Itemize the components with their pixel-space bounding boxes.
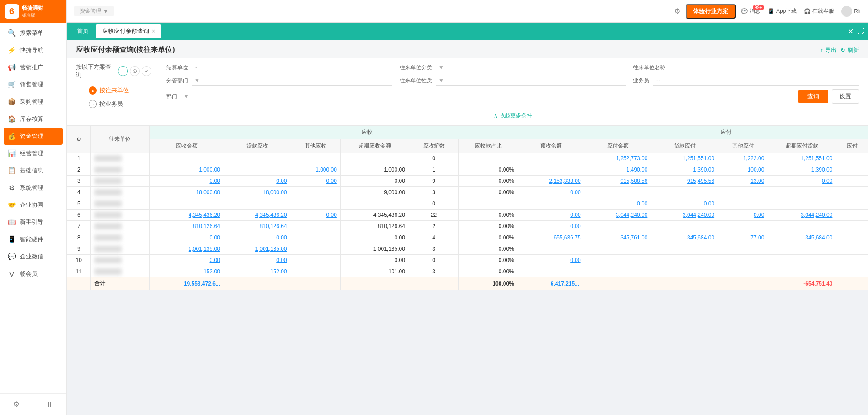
settlement-unit-input[interactable]: ··· [192, 63, 392, 72]
cell-link[interactable]: 2,153,333.00 [518, 176, 585, 187]
cell-link[interactable]: 1,251,551.00 [768, 153, 836, 164]
sidebar-item-搜索菜单[interactable]: 🔍搜索菜单 [0, 24, 66, 42]
salesman-input[interactable]: ··· [653, 76, 859, 86]
cell-link[interactable]: 3,044,240.00 [585, 210, 651, 221]
cell-link[interactable]: 1,390.00 [651, 164, 718, 176]
cell-link[interactable]: 0.00 [518, 210, 585, 221]
cell-link[interactable]: 3,044,240.00 [651, 210, 718, 221]
tab-home[interactable]: 首页 [71, 24, 95, 38]
cell-link[interactable]: 1,390.00 [768, 164, 836, 176]
cell-link[interactable]: 915,495.56 [651, 176, 718, 187]
sidebar-item-资金管理[interactable]: 💰资金管理 [4, 128, 63, 145]
filter-action-buttons: 查询 设置 [633, 89, 859, 104]
cell-link[interactable]: 0.00 [518, 187, 585, 198]
cell-link[interactable]: 18,000.00 [224, 187, 291, 198]
sidebar-item-系统管理[interactable]: ⚙系统管理 [0, 179, 66, 196]
sidebar-item-采购管理[interactable]: 📦采购管理 [0, 93, 66, 110]
cell-link[interactable]: 152.00 [224, 266, 291, 277]
cell-link[interactable]: 915,508.56 [585, 176, 651, 187]
cell-link[interactable]: 1,252,773.00 [585, 153, 651, 164]
cell-link[interactable]: 1,000.00 [150, 164, 224, 176]
filter-collapse-left-icon[interactable]: « [142, 66, 151, 76]
cell-link[interactable]: 0.00 [291, 176, 340, 187]
cell-link[interactable]: 3,044,240.00 [768, 210, 836, 221]
sidebar-item-库存核算[interactable]: 🏠库存核算 [0, 110, 66, 128]
filter-options: ● 按往来单位 ○ 按业务员 [85, 85, 151, 110]
department-input[interactable]: ▼ [181, 92, 392, 101]
filter-settings-icon[interactable]: ⊙ [130, 66, 140, 76]
filter-add-icon[interactable]: + [118, 66, 128, 76]
sidebar-item-销售管理[interactable]: 🛒销售管理 [0, 76, 66, 93]
cell-link[interactable]: 0.00 [224, 176, 291, 187]
unit-nature-input[interactable]: ▼ [436, 76, 626, 86]
dept-input[interactable]: ▼ [192, 76, 392, 86]
sidebar-collapse-btn[interactable]: ⏸ [43, 398, 56, 411]
cell-link[interactable]: 100.00 [718, 164, 768, 176]
sidebar-icon: 🏠 [7, 115, 16, 123]
cell-link[interactable]: 345,761.00 [585, 232, 651, 243]
tab-close-icon[interactable]: × [152, 28, 155, 34]
sidebar-item-畅会员[interactable]: V畅会员 [0, 265, 66, 282]
cell-link[interactable]: 1,001,135.00 [224, 243, 291, 255]
sidebar-item-营销推广[interactable]: 📢营销推广 [0, 59, 66, 76]
export-button[interactable]: ↑ 导出 [821, 46, 837, 54]
tab-current[interactable]: 应收应付余额查询 × [96, 24, 161, 38]
sidebar-item-经营管理[interactable]: 📊经营管理 [0, 145, 66, 162]
sidebar-item-企业微信[interactable]: 💬企业微信 [0, 248, 66, 265]
cell-link[interactable]: 0.00 [518, 255, 585, 266]
tab-close-window-icon[interactable]: ✕ [848, 27, 854, 36]
cell-link[interactable]: 345,684.00 [651, 232, 718, 243]
filter-option-by-unit[interactable]: ● 按往来单位 [85, 85, 151, 96]
cell-link[interactable]: 0.00 [585, 198, 651, 210]
table-row: 10XXXXXX0.000.000.0000.00%0.00 [67, 255, 868, 266]
query-button[interactable]: 查询 [798, 90, 828, 103]
footer-prepay[interactable]: 6,417,215.... [518, 277, 585, 290]
refresh-button[interactable]: ↻ 刷新 [840, 46, 859, 54]
collapse-filter-button[interactable]: ∧ 收起更多条件 [166, 109, 859, 122]
filter-option-by-salesman[interactable]: ○ 按业务员 [85, 98, 151, 110]
cell-link[interactable]: 152.00 [150, 266, 224, 277]
online-service-link[interactable]: 🎧 在线客服 [804, 7, 834, 15]
cell-link[interactable]: 1,222.00 [718, 153, 768, 164]
cell-link[interactable]: 810,126.64 [150, 221, 224, 232]
table-settings-icon[interactable]: ⚙ [67, 126, 91, 153]
sidebar-settings-btn[interactable]: ⚙ [10, 397, 22, 411]
cell-link[interactable]: 77.00 [718, 232, 768, 243]
cell-link[interactable]: 0.00 [718, 210, 768, 221]
cell-link[interactable]: 1,000.00 [291, 164, 340, 176]
cell-link[interactable]: 1,490.00 [585, 164, 651, 176]
cell-link[interactable]: 18,000.00 [150, 187, 224, 198]
app-download-link[interactable]: 📱 App下载 [768, 7, 797, 15]
topbar-settings-icon[interactable]: ⚙ [674, 7, 680, 15]
cell-link[interactable]: 0.00 [224, 232, 291, 243]
unit-name-input[interactable] [669, 66, 859, 69]
notice-button[interactable]: 💬 消息 99+ [741, 7, 760, 15]
cell-link[interactable]: 13.00 [718, 176, 768, 187]
cell-link[interactable]: 4,345,436.20 [150, 210, 224, 221]
cell-link[interactable]: 1,251,551.00 [651, 153, 718, 164]
sidebar-item-基础信息[interactable]: 📋基础信息 [0, 162, 66, 179]
cell-link[interactable]: 655,636.75 [518, 232, 585, 243]
cell-link[interactable]: 0.00 [651, 198, 718, 210]
cell-link[interactable]: 0.00 [150, 232, 224, 243]
sidebar-icon: 💰 [7, 132, 16, 140]
sidebar-item-企业协同[interactable]: 🤝企业协同 [0, 196, 66, 214]
cell-link[interactable]: 345,684.00 [768, 232, 836, 243]
tab-expand-icon[interactable]: ⛶ [857, 27, 864, 36]
cell-link[interactable]: 4,345,436.20 [224, 210, 291, 221]
sidebar-item-智能硬件[interactable]: 📱智能硬件 [0, 231, 66, 248]
settings-button[interactable]: 设置 [832, 89, 859, 104]
promo-button[interactable]: 体验行业方案 [686, 4, 736, 19]
footer-recv-amt[interactable]: 19,553,472,6... [150, 277, 224, 290]
cell-link[interactable]: 0.00 [150, 255, 224, 266]
cell-link[interactable]: 810,126.64 [224, 221, 291, 232]
cell-link[interactable]: 0.00 [768, 176, 836, 187]
unit-category-input[interactable]: ▼ [436, 63, 626, 72]
cell-link[interactable]: 0.00 [291, 210, 340, 221]
cell-link[interactable]: 0.00 [150, 176, 224, 187]
cell-link[interactable]: 0.00 [518, 221, 585, 232]
sidebar-item-新手引导[interactable]: 📖新手引导 [0, 214, 66, 231]
sidebar-item-快捷导航[interactable]: ⚡快捷导航 [0, 42, 66, 59]
cell-link[interactable]: 1,001,135.00 [150, 243, 224, 255]
cell-link[interactable]: 0.00 [224, 255, 291, 266]
